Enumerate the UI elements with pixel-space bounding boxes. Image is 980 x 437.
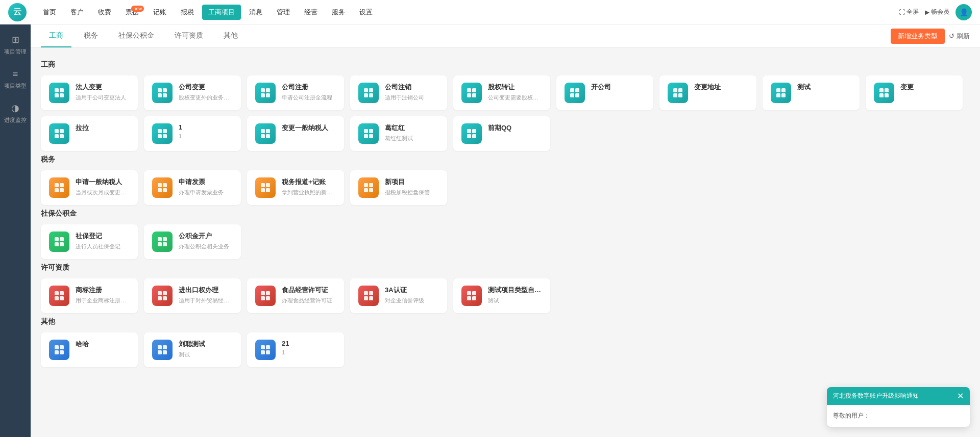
svg-rect-76	[158, 237, 162, 241]
svg-rect-40	[158, 129, 162, 133]
card-法人变更[interactable]: 法人变更适用于公司变更法人	[41, 75, 138, 110]
card-公司注册[interactable]: 公司注册申请公司注册全流程	[247, 75, 344, 110]
refresh-button[interactable]: ↺ 刷新	[949, 32, 970, 41]
nav-item-设置[interactable]: 设置	[353, 5, 379, 20]
svg-rect-64	[261, 183, 265, 187]
sidebar-item-进度监控[interactable]: ◑ 进度监控	[2, 98, 29, 128]
svg-rect-82	[55, 296, 59, 300]
svg-rect-83	[60, 296, 64, 300]
card-icon	[358, 83, 379, 103]
main-content: 工商税务社保公积金许可资质其他 新增业务类型 ↺ 刷新 工商 法人变更适用于公司…	[31, 24, 980, 437]
card-icon	[255, 340, 276, 360]
card-公司注销[interactable]: 公司注销适用于注销公司	[350, 75, 447, 110]
tab-许可资质[interactable]: 许可资质	[166, 25, 211, 47]
card-公司变更[interactable]: 公司变更股权变更外的业务变更	[144, 75, 241, 110]
card-食品经营许可证[interactable]: 食品经营许可证办理食品经营许可证	[247, 278, 344, 313]
card-desc: 1	[282, 349, 336, 355]
card-哈哈[interactable]: 哈哈	[41, 332, 138, 367]
card-title: 商标注册	[76, 286, 130, 295]
nav-item-记账[interactable]: 记账	[147, 5, 173, 20]
svg-rect-66	[261, 188, 265, 192]
card-title: 哈哈	[76, 340, 130, 349]
svg-rect-17	[472, 88, 476, 92]
card-icon	[771, 83, 791, 103]
card-申请一般纳税人[interactable]: 申请一般纳税人当月或次月成变更完成	[41, 170, 138, 205]
card-icon	[358, 177, 379, 198]
card-变更地址[interactable]: 变更地址	[659, 75, 756, 110]
fullscreen-button[interactable]: ⛶ 全屏	[899, 8, 919, 16]
card-商标注册[interactable]: 商标注册用于企业商标注册服务	[41, 278, 138, 313]
card-税务报道+记账[interactable]: 税务报道+记账拿到营业执照的新公司	[247, 170, 344, 205]
card-申请发票[interactable]: 申请发票办理申请发票业务	[144, 170, 241, 205]
tab-税务[interactable]: 税务	[76, 25, 106, 47]
card-变更一般纳税人[interactable]: 变更一般纳税人	[247, 116, 344, 151]
svg-rect-12	[364, 88, 368, 92]
tab-社保公积金[interactable]: 社保公积金	[110, 25, 162, 47]
card-刘聪测试[interactable]: 刘聪测试测试	[144, 332, 241, 367]
card-desc: 公司变更需要股权转让	[488, 94, 542, 101]
card-1[interactable]: 11	[144, 116, 241, 151]
svg-rect-92	[364, 291, 368, 295]
nav-item-消息[interactable]: 消息	[243, 5, 268, 20]
card-icon	[49, 232, 69, 252]
card-测试项目类型自定义[interactable]: 测试项目类型自定义测试	[453, 278, 550, 313]
card-葛红红[interactable]: 葛红红葛红红测试	[350, 116, 447, 151]
card-3A认证[interactable]: 3A认证对企业信誉评级	[350, 278, 447, 313]
card-icon	[358, 123, 379, 144]
refresh-icon: ↺	[949, 32, 954, 40]
nav-item-首页[interactable]: 首页	[37, 5, 62, 20]
tab-其他[interactable]: 其他	[215, 25, 246, 47]
card-股权转让[interactable]: 股权转让公司变更需要股权转让	[453, 75, 550, 110]
notification-close-button[interactable]: ✕	[957, 391, 964, 401]
svg-rect-69	[369, 183, 373, 187]
svg-rect-110	[261, 350, 265, 354]
svg-rect-87	[163, 296, 167, 300]
member-button[interactable]: ▶ 畅会员	[925, 8, 949, 16]
nav-item-票据[interactable]: 票据new	[119, 5, 145, 20]
card-开公司[interactable]: 开公司	[556, 75, 653, 110]
svg-rect-96	[467, 291, 471, 295]
nav-item-客户[interactable]: 客户	[64, 5, 90, 20]
nav-item-服务[interactable]: 服务	[326, 5, 351, 20]
nav-item-经营[interactable]: 经营	[298, 5, 324, 20]
nav-item-报税[interactable]: 报税	[175, 5, 200, 20]
card-icon	[49, 340, 69, 360]
card-前期QQ[interactable]: 前期QQ	[453, 116, 550, 151]
card-info: 3A认证对企业信誉评级	[385, 286, 439, 304]
card-公积金开户[interactable]: 公积金开户办理公积金相关业务	[144, 224, 241, 259]
avatar[interactable]: 👤	[955, 4, 972, 20]
nav-item-收费[interactable]: 收费	[92, 5, 117, 20]
section-title-qita: 其他	[41, 317, 970, 326]
nav-item-工商项目[interactable]: 工商项目	[202, 5, 241, 20]
card-21[interactable]: 211	[247, 332, 344, 367]
card-desc: 股权变更外的业务变更	[179, 94, 233, 101]
card-info: 11	[179, 123, 233, 139]
svg-rect-100	[55, 345, 59, 349]
card-title: 公司注销	[385, 83, 439, 92]
card-新项目[interactable]: 新项目报税加税控盘保管	[350, 170, 447, 205]
top-navigation: 云 首页客户收费票据new记账报税工商项目消息管理经营服务设置 ⛶ 全屏 ▶ 畅…	[0, 0, 980, 24]
svg-rect-104	[158, 345, 162, 349]
svg-rect-24	[673, 88, 677, 92]
card-测试[interactable]: 测试	[763, 75, 860, 110]
card-社保登记[interactable]: 社保登记进行人员社保登记	[41, 224, 138, 259]
svg-rect-44	[261, 129, 265, 133]
card-变更[interactable]: 变更	[866, 75, 963, 110]
new-business-type-button[interactable]: 新增业务类型	[891, 29, 945, 44]
card-icon	[152, 177, 173, 198]
svg-rect-26	[673, 93, 677, 97]
card-拉拉[interactable]: 拉拉	[41, 116, 138, 151]
card-desc: 申请公司注册全流程	[282, 94, 336, 101]
logo: 云	[8, 3, 27, 21]
tab-工商[interactable]: 工商	[41, 25, 71, 47]
card-desc: 测试	[488, 297, 542, 304]
sidebar-item-项目管理[interactable]: ⊞ 项目管理	[2, 30, 29, 60]
sidebar-item-项目类型[interactable]: ≡ 项目类型	[2, 64, 29, 94]
nav-item-管理[interactable]: 管理	[271, 5, 296, 20]
card-info: 葛红红葛红红测试	[385, 123, 439, 142]
svg-rect-42	[158, 134, 162, 138]
svg-rect-85	[163, 291, 167, 295]
card-icon	[668, 83, 688, 103]
card-进出口权办理[interactable]: 进出口权办理适用于对外贸易经营者	[144, 278, 241, 313]
svg-rect-9	[266, 88, 270, 92]
